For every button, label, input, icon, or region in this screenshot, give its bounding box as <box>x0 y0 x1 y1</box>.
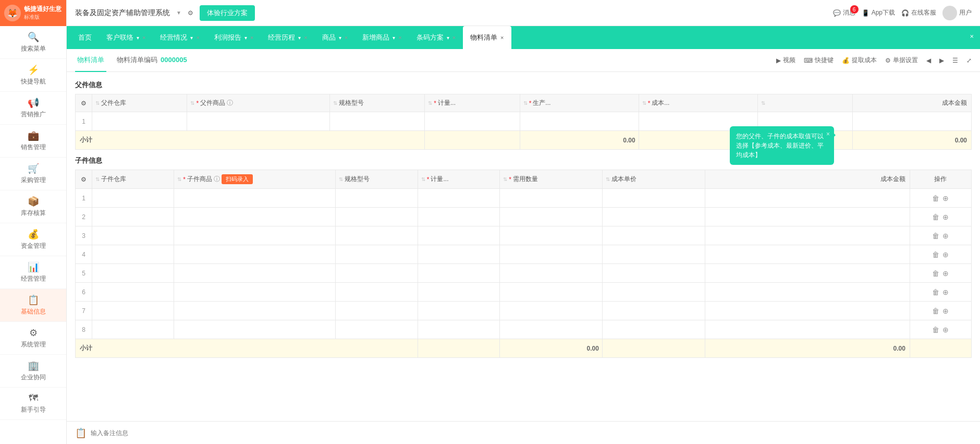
tooltip-close-btn[interactable]: × <box>826 129 830 139</box>
tab-bom[interactable]: 物料清单 × <box>463 26 511 49</box>
child-spec-cell[interactable] <box>336 302 418 320</box>
child-spec-cell[interactable] <box>336 226 418 245</box>
tab-home[interactable]: 首页 <box>71 26 99 49</box>
copy-icon[interactable]: ⊕ <box>942 194 949 202</box>
parent-th-warehouse[interactable]: ⇅父件仓库 <box>92 94 187 112</box>
tab-goods[interactable]: 商品 ▾ × <box>315 26 355 49</box>
copy-icon[interactable]: ⊕ <box>942 250 949 259</box>
parent-th-goods[interactable]: ⇅*父件商品ⓘ <box>187 94 330 112</box>
copy-icon[interactable]: ⊕ <box>942 307 949 315</box>
tab-business[interactable]: 经营情况 ▾ × <box>153 26 206 49</box>
sidebar-item-basic[interactable]: 📋 基础信息 <box>0 289 66 322</box>
parent-measure-cell[interactable] <box>425 112 520 131</box>
delete-icon[interactable]: 🗑 <box>932 232 939 240</box>
child-goods-cell[interactable] <box>174 264 336 283</box>
view-action[interactable]: ▶ 视频 <box>776 56 795 65</box>
close-icon[interactable]: × <box>500 34 504 41</box>
single-setting-action[interactable]: ⚙ 单据设置 <box>885 56 918 65</box>
delete-icon[interactable]: 🗑 <box>932 269 939 278</box>
child-th-warehouse[interactable]: ⇅子件仓库 <box>92 170 174 189</box>
nav-prev-btn[interactable]: ◀ <box>926 57 931 64</box>
copy-icon[interactable]: ⊕ <box>942 269 949 278</box>
child-th-spec[interactable]: ⇅规格型号 <box>336 170 418 189</box>
child-unit-cost-cell[interactable] <box>602 264 705 283</box>
child-goods-cell[interactable] <box>174 245 336 264</box>
close-icon[interactable]: × <box>452 34 456 41</box>
cost-action[interactable]: 💰 提取成本 <box>842 56 877 65</box>
system-dropdown[interactable]: ▼ <box>176 10 181 16</box>
close-icon[interactable]: × <box>304 34 307 41</box>
parent-warehouse-cell[interactable] <box>92 112 187 131</box>
sidebar-item-guide[interactable]: 🗺 新手引导 <box>0 388 66 420</box>
tab-history[interactable]: 经营历程 ▾ × <box>261 26 314 49</box>
copy-icon[interactable]: ⊕ <box>942 326 949 334</box>
child-goods-cell[interactable] <box>174 320 336 339</box>
child-warehouse-cell[interactable] <box>92 320 174 339</box>
sidebar-item-enterprise[interactable]: 🏢 企业协同 <box>0 355 66 388</box>
sidebar-item-quick-nav[interactable]: ⚡ 快捷导航 <box>0 59 66 92</box>
delete-icon[interactable]: 🗑 <box>932 307 939 315</box>
child-quantity-cell[interactable] <box>500 208 603 226</box>
tab-new-goods[interactable]: 新增商品 ▾ × <box>355 26 409 49</box>
app-download-btn[interactable]: 📱 App下载 <box>862 8 895 17</box>
parent-produce-cell[interactable] <box>520 112 639 131</box>
child-measure-cell[interactable] <box>418 264 499 283</box>
child-quantity-cell[interactable] <box>500 283 603 302</box>
close-all-tabs[interactable]: × <box>963 26 980 46</box>
child-th-measure[interactable]: ⇅*计量... <box>418 170 499 189</box>
child-unit-cost-cell[interactable] <box>602 208 705 226</box>
sidebar-item-purchase[interactable]: 🛒 采购管理 <box>0 158 66 190</box>
child-spec-cell[interactable] <box>336 320 418 339</box>
expand-btn[interactable]: ⤢ <box>966 57 972 64</box>
sidebar-item-finance[interactable]: 💰 资金管理 <box>0 223 66 256</box>
sidebar-item-sales[interactable]: 💼 销售管理 <box>0 125 66 158</box>
sub-tab-bom-list[interactable]: 物料清单 <box>75 49 106 72</box>
child-warehouse-cell[interactable] <box>92 245 174 264</box>
child-unit-cost-cell[interactable] <box>602 189 705 208</box>
parent-spec-cell[interactable] <box>329 112 424 131</box>
child-warehouse-cell[interactable] <box>92 226 174 245</box>
parent-th-produce[interactable]: ⇅*生产... <box>520 94 639 112</box>
child-spec-cell[interactable] <box>336 283 418 302</box>
copy-icon[interactable]: ⊕ <box>942 213 949 221</box>
tab-barcode[interactable]: 条码方案 ▾ × <box>409 26 463 49</box>
scan-input-btn[interactable]: 扫码录入 <box>222 174 253 184</box>
list-view-btn[interactable]: ☰ <box>952 57 958 64</box>
child-goods-cell[interactable] <box>174 302 336 320</box>
copy-icon[interactable]: ⊕ <box>942 232 949 240</box>
child-measure-cell[interactable] <box>418 208 499 226</box>
child-unit-cost-cell[interactable] <box>602 320 705 339</box>
delete-icon[interactable]: 🗑 <box>932 213 939 221</box>
child-measure-cell[interactable] <box>418 226 499 245</box>
parent-goods-cell[interactable] <box>187 112 330 131</box>
child-measure-cell[interactable] <box>418 283 499 302</box>
child-unit-cost-cell[interactable] <box>602 283 705 302</box>
copy-icon[interactable]: ⊕ <box>942 288 949 296</box>
child-measure-cell[interactable] <box>418 189 499 208</box>
child-warehouse-cell[interactable] <box>92 189 174 208</box>
child-goods-cell[interactable] <box>174 189 336 208</box>
child-measure-cell[interactable] <box>418 302 499 320</box>
close-icon[interactable]: × <box>345 34 348 41</box>
parent-th-note[interactable]: ⇅ <box>757 94 852 112</box>
settings-btn[interactable]: ⚙ <box>188 9 193 17</box>
child-quantity-cell[interactable] <box>500 264 603 283</box>
message-btn[interactable]: 💬 消息 6 <box>833 8 855 17</box>
child-warehouse-cell[interactable] <box>92 283 174 302</box>
child-spec-cell[interactable] <box>336 208 418 226</box>
child-goods-cell[interactable] <box>174 283 336 302</box>
close-icon[interactable]: × <box>196 34 199 41</box>
child-quantity-cell[interactable] <box>500 189 603 208</box>
delete-icon[interactable]: 🗑 <box>932 194 939 202</box>
delete-icon[interactable]: 🗑 <box>932 250 939 259</box>
child-goods-cell[interactable] <box>174 226 336 245</box>
user-btn[interactable]: 用户 <box>942 6 972 20</box>
child-quantity-cell[interactable] <box>500 302 603 320</box>
online-service-btn[interactable]: 🎧 在线客服 <box>901 8 936 17</box>
parent-th-settings[interactable]: ⚙ <box>76 94 92 112</box>
sidebar-item-operations[interactable]: 📊 经营管理 <box>0 256 66 289</box>
close-icon[interactable]: × <box>142 34 145 41</box>
child-th-goods[interactable]: ⇅*子件商品ⓘ 扫码录入 <box>174 170 336 189</box>
trial-btn[interactable]: 体验行业方案 <box>200 5 255 21</box>
child-unit-cost-cell[interactable] <box>602 302 705 320</box>
